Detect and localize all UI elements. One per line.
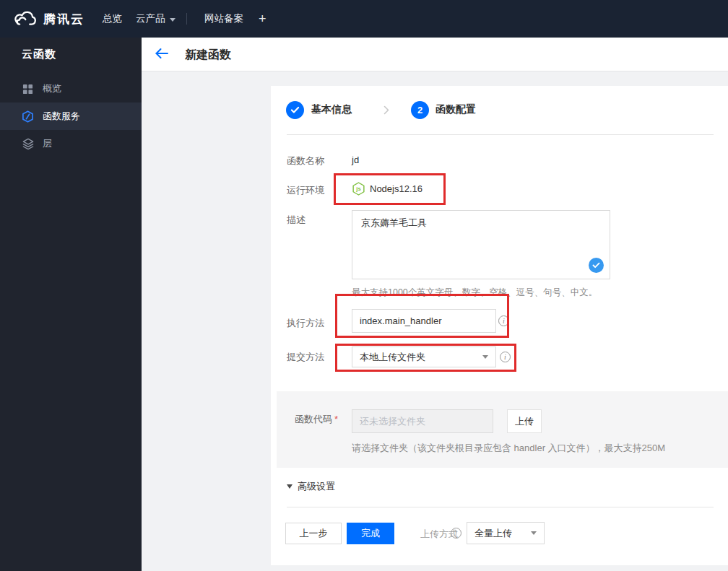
layers-icon (22, 138, 34, 150)
description-label: 描述 (287, 214, 347, 227)
upload-mode-value: 全量上传 (474, 527, 512, 540)
sidebar-product-title: 云函数 (22, 48, 56, 61)
function-name-value: jd (352, 154, 359, 165)
description-field-wrap: 京东薅羊毛工具 (352, 210, 610, 279)
advanced-settings-toggle[interactable]: 高级设置 (287, 480, 335, 493)
sidebar-item-label: 函数服务 (43, 110, 80, 123)
caret-down-icon (482, 355, 488, 359)
function-code-section: 函数代码* 上传 请选择文件夹（该文件夹根目录应包含 handler 入口文件）… (277, 391, 728, 468)
svg-text:js: js (355, 186, 360, 192)
topnav-website-beian[interactable]: 网站备案 (204, 0, 243, 38)
description-help-text: 最大支持1000个英文字母、数字、空格、逗号、句号、中文。 (352, 287, 597, 299)
brand-name: 腾讯云 (43, 11, 84, 27)
sidebar-item-layers[interactable]: 层 (0, 130, 142, 157)
function-name-label: 函数名称 (287, 154, 347, 167)
runtime-label: 运行环境 (287, 184, 347, 197)
submit-method-info-icon[interactable]: i (500, 352, 511, 362)
advanced-settings-label: 高级设置 (298, 480, 335, 493)
divider (287, 507, 714, 507)
topnav-cloud-products[interactable]: 云产品 (136, 0, 176, 38)
cloud-logo-icon (13, 11, 37, 27)
topnav-overview[interactable]: 总览 (103, 0, 122, 38)
step-indicator: 基本信息 2 函数配置 (286, 100, 476, 119)
folder-path-input (352, 409, 493, 433)
description-textarea[interactable]: 京东薅羊毛工具 (352, 210, 610, 279)
sidebar-item-overview[interactable]: 概览 (0, 75, 142, 103)
caret-down-icon (531, 531, 537, 535)
sidebar: 云函数 概览 函数服务 层 (0, 38, 142, 571)
topnav-divider (186, 13, 187, 25)
back-button[interactable] (155, 48, 170, 62)
runtime-value-row: js Nodejs12.16 (352, 182, 422, 196)
handler-input[interactable] (352, 309, 496, 333)
sidebar-item-function-service[interactable]: 函数服务 (0, 103, 142, 130)
required-asterisk: * (334, 414, 338, 424)
plus-icon: + (259, 12, 266, 27)
top-navbar: 腾讯云 总览 云产品 网站备案 + (0, 0, 728, 38)
divider (287, 134, 714, 135)
finish-button[interactable]: 完成 (347, 523, 394, 544)
valid-check-icon (589, 258, 604, 273)
submit-method-select[interactable]: 本地上传文件夹 (352, 346, 496, 367)
check-icon (290, 106, 300, 114)
topnav-add-button[interactable]: + (259, 0, 266, 38)
upload-mode-select[interactable]: 全量上传 (467, 522, 545, 544)
grid-icon (22, 83, 34, 95)
submit-method-value: 本地上传文件夹 (360, 351, 425, 364)
chevron-down-icon (170, 18, 176, 22)
triangle-down-icon (287, 484, 292, 489)
sidebar-item-label: 层 (43, 137, 52, 150)
previous-step-button[interactable]: 上一步 (285, 523, 342, 544)
function-code-label: 函数代码* (295, 413, 338, 426)
function-code-help-text: 请选择文件夹（该文件夹根目录应包含 handler 入口文件），最大支持250M (352, 442, 665, 455)
upload-mode-info-icon[interactable]: i (451, 528, 462, 539)
sidebar-item-label: 概览 (43, 82, 61, 95)
brand-logo[interactable]: 腾讯云 (13, 0, 84, 38)
handler-label: 执行方法 (287, 317, 347, 330)
page-title: 新建函数 (185, 48, 231, 63)
upload-button[interactable]: 上传 (507, 409, 542, 433)
handler-info-icon[interactable]: i (498, 315, 509, 326)
function-hexagon-icon (22, 110, 34, 123)
create-function-card: 基本信息 2 函数配置 函数名称 jd 运行环境 js Nod (271, 86, 728, 565)
step2-label: 函数配置 (436, 103, 476, 116)
chevron-right-icon (384, 105, 389, 115)
step1-done-circle (286, 101, 304, 119)
nodejs-icon: js (352, 182, 365, 196)
page-header: 新建函数 (142, 38, 728, 71)
content-area: 基本信息 2 函数配置 函数名称 jd 运行环境 js Nod (142, 72, 728, 571)
submit-method-label: 提交方法 (287, 351, 347, 364)
step1-label: 基本信息 (311, 103, 352, 116)
runtime-value: Nodejs12.16 (370, 183, 422, 194)
step2-number-circle: 2 (411, 101, 429, 119)
